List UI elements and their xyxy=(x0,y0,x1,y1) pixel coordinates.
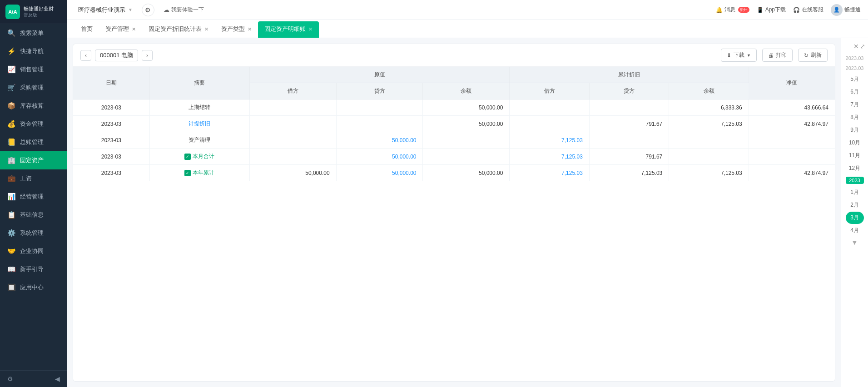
sidebar-item-sales[interactable]: 📈 销售管理 xyxy=(0,60,67,79)
appstore-icon: 🔲 xyxy=(7,283,15,292)
collapse-icon[interactable]: ◀ xyxy=(55,375,60,382)
ops-icon: 📊 xyxy=(7,193,15,201)
timeline-year-label-top: 2023.03 xyxy=(841,55,868,62)
timeline-month-item[interactable]: 9月 xyxy=(846,124,864,136)
timeline-month-item[interactable]: 6月 xyxy=(846,86,864,98)
user-avatar[interactable]: 👤 畅捷通 xyxy=(831,4,861,16)
sidebar-item-fixed-assets[interactable]: 🏢 固定资产 xyxy=(0,151,67,169)
cell-date: 2023-03 xyxy=(73,132,149,149)
box-icon: 📦 xyxy=(7,102,15,110)
timeline-month-item[interactable]: 3月 xyxy=(846,212,864,224)
timeline-year-label-top2: 2023.03 xyxy=(841,64,868,72)
cell-orig-credit: 50,000.00 xyxy=(336,132,423,149)
sidebar-item-collab[interactable]: 🤝 企业协同 xyxy=(0,242,67,260)
cell-dep-balance xyxy=(669,149,749,165)
timeline-close-bar: ✕ ⤢ xyxy=(841,42,868,51)
company-selector[interactable]: 医疗器械行业演示 ▼ xyxy=(74,4,136,16)
cell-orig-balance xyxy=(423,149,510,165)
search-icon: 🔍 xyxy=(7,29,15,37)
cell-dep-balance: 6,333.36 xyxy=(669,99,749,116)
table-row: 2023-03 ✓本年累计 50,000.00 50,000.00 50,000… xyxy=(73,165,835,181)
sidebar-item-system[interactable]: ⚙️ 系统管理 xyxy=(0,224,67,242)
sidebar-item-basic[interactable]: 📋 基础信息 xyxy=(0,206,67,224)
cell-date: 2023-03 xyxy=(73,116,149,132)
prev-asset-button[interactable]: ‹ xyxy=(80,50,91,61)
timeline-month-item[interactable]: 11月 xyxy=(846,149,864,162)
settings-bottom-icon[interactable]: ⚙ xyxy=(7,375,13,382)
next-asset-button[interactable]: › xyxy=(142,50,153,61)
tab-asset-type[interactable]: 资产类型 ✕ xyxy=(215,21,258,38)
toolbar-left: ‹ 000001 电脑 › xyxy=(80,50,153,61)
download-button[interactable]: ⬇ 下载 ▼ xyxy=(721,49,757,62)
tab-assets[interactable]: 资产管理 ✕ xyxy=(99,21,142,38)
cell-date: 2023-03 xyxy=(73,99,149,116)
timeline-month-item[interactable]: 12月 xyxy=(846,162,864,174)
sidebar: AtA 畅捷通好业财 普及版 🔍 搜索菜单 ⚡ 快捷导航 📈 销售管理 🛒 采购… xyxy=(0,0,67,387)
tab-home[interactable]: 首页 xyxy=(74,21,99,38)
tab-close-assets[interactable]: ✕ xyxy=(132,26,136,32)
logo-subtitle: 普及版 xyxy=(24,12,54,18)
timeline-month-item[interactable]: 10月 xyxy=(846,137,864,149)
timeline-months-current: 1月2月3月4月 xyxy=(846,186,864,237)
content-area: ‹ 000001 电脑 › ⬇ 下载 ▼ 🖨 打印 ↻ xyxy=(67,38,868,387)
gear-icon: ⚙ xyxy=(145,6,151,14)
bell-icon: 🔔 xyxy=(716,7,723,13)
timeline-down-arrow[interactable]: ▼ xyxy=(852,239,858,246)
sidebar-bottom: ⚙ ◀ xyxy=(0,370,67,387)
topbar-settings-button[interactable]: ⚙ xyxy=(142,4,154,16)
sidebar-item-search[interactable]: 🔍 搜索菜单 xyxy=(0,24,67,42)
handshake-icon: 🤝 xyxy=(7,247,15,255)
download-icon: 📱 xyxy=(757,7,764,13)
timeline-close-button[interactable]: ✕ xyxy=(853,43,859,50)
timeline-month-item[interactable]: 5月 xyxy=(846,73,864,85)
fixed-asset-detail-table: 日期 摘要 原值 累计折旧 净值 借方 贷方 余额 借方 贷方 余额 xyxy=(73,67,835,181)
print-button[interactable]: 🖨 打印 xyxy=(762,49,793,62)
timeline-month-item[interactable]: 2月 xyxy=(846,199,864,211)
tab-close-detail[interactable]: ✕ xyxy=(308,26,312,32)
th-date: 日期 xyxy=(73,67,149,99)
sidebar-item-newbie[interactable]: 📖 新手引导 xyxy=(0,260,67,278)
sidebar-item-inventory[interactable]: 📦 库存核算 xyxy=(0,97,67,115)
sidebar-item-ledger[interactable]: 📒 总账管理 xyxy=(0,133,67,151)
app-download-button[interactable]: 📱 App下载 xyxy=(757,6,786,14)
notification-button[interactable]: 🔔 消息 99+ xyxy=(716,6,749,14)
tab-depreciation[interactable]: 固定资产折旧统计表 ✕ xyxy=(142,21,215,38)
sidebar-item-ops[interactable]: 📊 经营管理 xyxy=(0,188,67,206)
experience-button[interactable]: ☁ 我要体验一下 xyxy=(160,4,208,15)
headset-icon: 🎧 xyxy=(793,7,800,13)
cell-net-value xyxy=(749,132,835,149)
table-row: 2023-03 ✓本月合计 50,000.00 7,125.03 791.67 xyxy=(73,149,835,165)
sidebar-item-purchase[interactable]: 🛒 采购管理 xyxy=(0,79,67,97)
cell-dep-credit: 791.67 xyxy=(589,149,669,165)
sidebar-item-salary[interactable]: 💼 工资 xyxy=(0,169,67,188)
customer-service-button[interactable]: 🎧 在线客服 xyxy=(793,6,823,14)
timeline-month-item[interactable]: 1月 xyxy=(846,186,864,198)
cell-orig-debit: 50,000.00 xyxy=(249,165,336,181)
sidebar-item-quicknav[interactable]: ⚡ 快捷导航 xyxy=(0,42,67,60)
cell-dep-balance: 7,125.03 xyxy=(669,165,749,181)
download-dropdown-icon: ▼ xyxy=(747,53,751,58)
info-icon: 📋 xyxy=(7,211,15,219)
refresh-button[interactable]: ↻ 刷新 xyxy=(798,49,828,62)
tab-close-depreciation[interactable]: ✕ xyxy=(204,26,208,32)
cell-net-value: 42,874.97 xyxy=(749,116,835,132)
refresh-icon: ↻ xyxy=(804,52,808,59)
sidebar-item-funds[interactable]: 💰 资金管理 xyxy=(0,115,67,133)
th-orig-debit: 借方 xyxy=(249,83,336,99)
tab-detail[interactable]: 固定资产明细账 ✕ xyxy=(258,21,319,38)
cell-summary: 上期结转 xyxy=(149,99,249,116)
cloud-icon: ☁ xyxy=(164,6,169,13)
chart-icon: 📈 xyxy=(7,65,15,74)
cell-orig-debit xyxy=(249,149,336,165)
dropdown-arrow-icon: ▼ xyxy=(128,7,133,12)
guide-icon: 📖 xyxy=(7,265,15,273)
timeline-month-item[interactable]: 4月 xyxy=(846,224,864,237)
th-net-value: 净值 xyxy=(749,67,835,99)
tab-close-asset-type[interactable]: ✕ xyxy=(248,26,252,32)
sidebar-item-appstore[interactable]: 🔲 应用中心 xyxy=(0,278,67,297)
lightning-icon: ⚡ xyxy=(7,47,15,55)
timeline-expand-button[interactable]: ⤢ xyxy=(860,43,865,50)
timeline-month-item[interactable]: 7月 xyxy=(846,99,864,111)
money-icon: 💰 xyxy=(7,120,15,128)
timeline-month-item[interactable]: 8月 xyxy=(846,111,864,124)
